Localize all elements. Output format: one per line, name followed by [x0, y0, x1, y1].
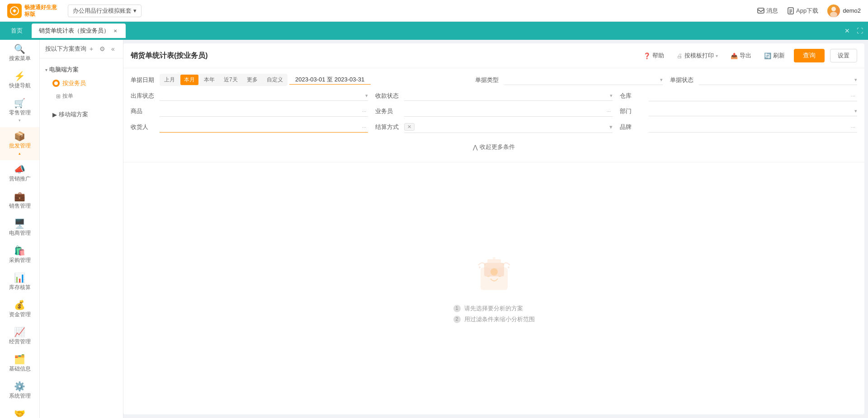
tab-close-icon[interactable]: ✕: [112, 28, 118, 34]
app-download-action[interactable]: App下载: [787, 7, 818, 15]
sidebar-item-operations[interactable]: 📈 经营管理: [0, 323, 39, 350]
brand-input[interactable]: [649, 122, 849, 132]
help-btn[interactable]: ❓ 帮助: [640, 50, 668, 62]
filter-warehouse: 仓库 ···: [620, 90, 857, 101]
date-tab-this-year[interactable]: 本年: [200, 75, 218, 85]
date-tab-7days[interactable]: 近7天: [220, 75, 241, 85]
scheme-sub-item-by-order[interactable]: ⊞ 按单: [40, 90, 123, 102]
sidebar-item-ecommerce[interactable]: 🖥️ 电商管理: [0, 214, 39, 242]
tab-bar: 首页 销货单统计表（按业务员） ✕ ✕ ⛶: [0, 22, 868, 40]
question-icon: ❓: [643, 52, 651, 59]
brand-more-btn[interactable]: ···: [849, 124, 857, 130]
sidebar-item-enterprise[interactable]: 🤝 企业协同: [0, 404, 39, 418]
staff-input[interactable]: [404, 106, 605, 116]
scheme-mobile-header[interactable]: ▶ 移动端方案: [40, 108, 123, 121]
svg-point-12: [491, 268, 498, 276]
consignee-input[interactable]: [160, 122, 360, 132]
sidebar-search[interactable]: 🔍 搜索菜单: [0, 40, 39, 67]
staff-input-wrapper: ···: [404, 106, 613, 117]
sidebar-item-finance[interactable]: 💰 资金管理: [0, 296, 39, 323]
step-2-num: 2: [453, 316, 461, 323]
chevron-up-icon: ▴: [19, 151, 21, 156]
date-tab-last-month[interactable]: 上月: [160, 75, 179, 85]
goods-input[interactable]: [160, 106, 360, 116]
sidebar-item-basic[interactable]: 🗂️ 基础信息: [0, 350, 39, 377]
filter-goods: 商品 ···: [131, 106, 368, 117]
account-selector[interactable]: 办公用品行业模拟账套 ▾: [68, 5, 142, 17]
goods-more-btn[interactable]: ···: [360, 109, 368, 114]
svg-rect-2: [788, 8, 793, 14]
message-action[interactable]: 消息: [757, 7, 778, 15]
warehouse-input[interactable]: [649, 90, 849, 101]
sidebar-item-system[interactable]: ⚙️ 系统管理: [0, 377, 39, 404]
ecommerce-icon: 🖥️: [14, 219, 25, 228]
collapse-btn[interactable]: ⋀ 收起更多条件: [469, 139, 519, 155]
operations-label: 经营管理: [9, 338, 31, 346]
date-range-input[interactable]: [289, 76, 371, 85]
sidebar-item-retail[interactable]: 🛒 零售管理 ▾: [0, 94, 39, 127]
settlement-tag-close[interactable]: ✕: [407, 124, 411, 130]
template-print-btn[interactable]: 🖨 按模板打印 ▾: [673, 50, 722, 62]
sidebar-item-marketing[interactable]: 📣 营销推广: [0, 160, 39, 187]
main-content: 销货单统计表(按业务员) ❓ 帮助 🖨 按模板打印 ▾ 📤 导出: [123, 43, 864, 414]
tab-close-action[interactable]: ✕: [843, 26, 852, 35]
scheme-add-btn[interactable]: +: [87, 44, 96, 53]
settings-btn[interactable]: 设置: [830, 49, 857, 62]
search-icon: 🔍: [14, 44, 25, 53]
sidebar-item-wholesale[interactable]: 📦 批发管理 ▴: [0, 127, 39, 160]
dept-control: ▾: [649, 106, 857, 116]
chevron-down-icon: ▾: [660, 77, 663, 83]
refresh-btn[interactable]: 🔄 刷新: [760, 50, 788, 62]
consignee-more-btn[interactable]: ···: [360, 124, 368, 130]
sidebar-item-purchase[interactable]: 🛍️ 采购管理: [0, 242, 39, 269]
date-tab-more[interactable]: 更多: [243, 75, 261, 85]
scheme-item-by-staff[interactable]: 按业务员: [40, 76, 123, 90]
logo-area: 畅捷通好生意 标版: [7, 4, 57, 18]
filter-row-2: 出库状态 ▾ 收款状态 ▾: [131, 90, 857, 101]
sidebar: 🔍 搜索菜单 ⚡ 快捷导航 🛒 零售管理 ▾ 📦 批发管理 ▴ 📣 营销推广 💼…: [0, 40, 40, 418]
staff-more-btn[interactable]: ···: [605, 109, 613, 114]
export-label: 导出: [740, 52, 751, 60]
date-tab-custom[interactable]: 自定义: [263, 75, 287, 85]
tab-sales-stat[interactable]: 销货单统计表（按业务员） ✕: [32, 24, 126, 38]
doc-type-select[interactable]: ▾: [504, 75, 662, 85]
doc-status-select[interactable]: ▾: [699, 75, 857, 85]
home-tab-label: 首页: [11, 27, 23, 35]
empty-step-2: 2 用过滤条件来缩小分析范围: [453, 315, 535, 323]
scheme-panel-title: 按以下方案查询: [45, 45, 86, 53]
scheme-panel: 按以下方案查询 + ⚙ « ▾ 电脑端方案: [40, 40, 123, 418]
scheme-settings-btn[interactable]: ⚙: [98, 44, 107, 53]
dept-select[interactable]: ▾: [649, 106, 857, 116]
date-tab-this-month[interactable]: 本月: [180, 75, 198, 85]
settings-label: 设置: [838, 52, 849, 60]
account-label: 办公用品行业模拟账套: [73, 7, 132, 15]
marketing-label: 营销推广: [9, 175, 31, 183]
scheme-group-desktop-header[interactable]: ▾ 电脑端方案: [40, 63, 123, 76]
consignee-control: ···: [160, 122, 368, 133]
nav-icon: ⚡: [14, 71, 25, 81]
tab-home[interactable]: 首页: [4, 24, 30, 38]
filter-doc-type: 单据类型 ▾: [475, 75, 662, 85]
doc-type-label: 单据类型: [475, 76, 500, 84]
download-icon: [787, 7, 794, 14]
sidebar-quick-nav[interactable]: ⚡ 快捷导航: [0, 67, 39, 94]
sidebar-item-inventory[interactable]: 📊 库存核算: [0, 269, 39, 296]
export-btn[interactable]: 📤 导出: [727, 50, 755, 62]
scheme-group-desktop: ▾ 电脑端方案 按业务员 ⊞ 按单: [40, 60, 123, 105]
scheme-collapse-btn[interactable]: «: [108, 44, 118, 53]
system-label: 系统管理: [9, 392, 31, 400]
user-info[interactable]: demo2: [827, 5, 861, 17]
out-status-control: ▾: [160, 91, 368, 101]
sidebar-item-sales[interactable]: 💼 销售管理: [0, 187, 39, 214]
tab-fullscreen-action[interactable]: ⛶: [855, 26, 864, 35]
query-btn[interactable]: 查询: [794, 49, 825, 62]
chevron-down-icon[interactable]: ▾: [609, 124, 613, 130]
collapse-icon: ⋀: [473, 144, 478, 151]
warehouse-control: ···: [649, 90, 857, 101]
payment-status-select[interactable]: ▾: [404, 91, 613, 101]
out-status-select[interactable]: ▾: [160, 91, 368, 101]
scheme-item-icon: [52, 80, 60, 87]
warehouse-more-btn[interactable]: ···: [849, 93, 857, 99]
wholesale-label: 批发管理: [9, 142, 31, 150]
chevron-down-icon: ▾: [610, 93, 613, 99]
